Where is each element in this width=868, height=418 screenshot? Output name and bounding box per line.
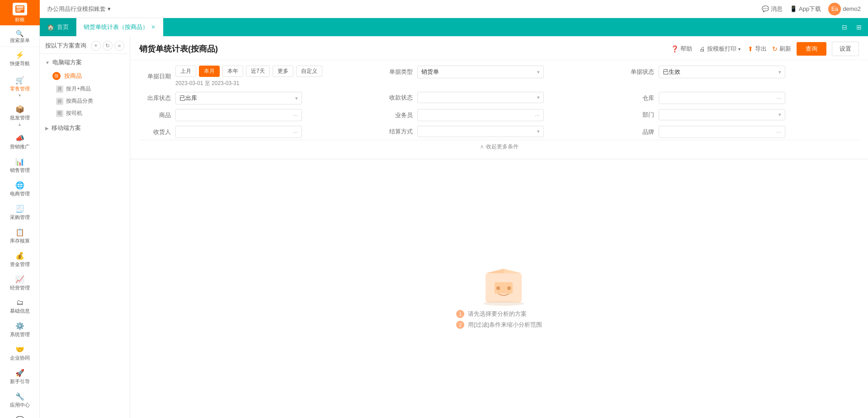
date-more-btn[interactable]: 更多 <box>273 66 293 77</box>
print-icon: 🖨 <box>699 46 705 52</box>
date-custom-btn[interactable]: 自定义 <box>296 66 322 77</box>
svg-rect-2 <box>16 9 24 10</box>
filter-row-1: 单据日期 上月 本月 本年 近7天 更多 自定义 2023-03-01 至 20… <box>139 66 859 87</box>
scheme-group-pc-header[interactable]: ▼ 电脑端方案 <box>40 56 130 69</box>
sidebar: 标账 🔍 搜索菜单 ⚡ 快捷导航 🛒 零售管理 ▼ 📦 批发管理 ▲ 📣 营销推… <box>0 0 40 418</box>
print-btn[interactable]: 🖨 按模板打印 ▾ <box>698 45 742 53</box>
refresh-scheme-btn[interactable]: ↻ <box>103 41 113 51</box>
payment-select[interactable]: ▾ <box>417 126 544 137</box>
sidebar-item-enterprise[interactable]: 🤝 企业协同 <box>0 342 39 365</box>
collect-status-select[interactable]: ▾ <box>417 92 544 103</box>
refresh-btn[interactable]: ↻ 刷新 <box>772 45 791 53</box>
payment-dropdown-icon: ▾ <box>537 128 540 134</box>
help-icon: ❓ <box>671 45 679 52</box>
dropdown-arrow-icon: ▾ <box>108 5 111 12</box>
header-right: 💬 消息 📱 App下载 Ea demo2 <box>762 3 861 15</box>
sub-item-month-product[interactable]: 月 按月+商品 <box>40 83 130 95</box>
date-last-month-btn[interactable]: 上月 <box>175 66 196 77</box>
message-icon: 💬 <box>762 5 769 12</box>
collapse-filter-btn[interactable]: ∧ 收起更多条件 <box>139 140 859 153</box>
industry-dropdown[interactable]: 办公用品行业模拟账套 ▾ <box>47 5 111 13</box>
brand-input[interactable]: ··· <box>659 126 785 138</box>
message-btn[interactable]: 💬 消息 <box>762 5 783 13</box>
sidebar-item-marketing[interactable]: 📣 营销推广 <box>0 130 39 154</box>
sidebar-item-system[interactable]: ⚙️ 系统管理 <box>0 318 39 342</box>
sidebar-item-wechat[interactable]: 💬 企业微信 <box>0 412 39 418</box>
product-filter-cell: 商品 ··· <box>139 109 376 121</box>
sidebar-item-retail[interactable]: 🛒 零售管理 ▼ <box>0 72 39 101</box>
search-btn[interactable]: 查询 <box>797 42 826 56</box>
sidebar-item-appstore[interactable]: 🔧 应用中心 <box>0 389 39 412</box>
sidebar-item-procurement[interactable]: 🧾 采购管理 <box>0 201 39 224</box>
collapse-panel-btn[interactable]: « <box>114 41 124 51</box>
dept-filter-cell: 部门 ▾ <box>623 109 859 120</box>
sidebar-item-newbie[interactable]: 🚀 新手引导 <box>0 365 39 389</box>
page-title-bar: 销货单统计表(按商品) ❓ 帮助 🖨 按模板打印 ▾ ⬆ 导出 <box>130 36 868 60</box>
settings-btn[interactable]: 设置 <box>832 42 859 56</box>
sidebar-item-finance[interactable]: 💰 资金管理 <box>0 248 39 271</box>
group-arrow-icon: ▼ <box>45 60 50 65</box>
tab-sales-stat[interactable]: 销货单统计表（按商品） ✕ <box>76 18 163 36</box>
sub-item-by-machine[interactable]: 司 按司机 <box>40 107 130 119</box>
tab-minimize-btn[interactable]: ⊟ <box>839 22 850 33</box>
scheme-item-by-product[interactable]: 按 按商品 <box>40 69 130 83</box>
doc-type-dropdown-icon: ▾ <box>537 69 540 75</box>
svg-rect-1 <box>16 6 24 8</box>
sidebar-item-sales[interactable]: 📊 销售管理 <box>0 154 39 177</box>
dept-select[interactable]: ▾ <box>659 109 785 120</box>
sidebar-item-inventory[interactable]: 📋 库存核算 <box>0 224 39 248</box>
help-btn[interactable]: ❓ 帮助 <box>671 45 692 53</box>
sub-icon: 月 <box>56 86 63 93</box>
tip-num-1: 1 <box>456 310 464 318</box>
top-header: 办公用品行业模拟账套 ▾ 💬 消息 📱 App下载 Ea demo2 <box>40 0 868 18</box>
staff-filter-cell: 业务员 ··· <box>381 109 618 121</box>
sidebar-item-basics[interactable]: 🗂 基础信息 <box>0 295 39 318</box>
payment-label: 结算方式 <box>381 128 417 136</box>
doc-status-filter-cell: 单据状态 已生效 ▾ <box>623 66 859 78</box>
add-scheme-btn[interactable]: + <box>91 41 101 51</box>
export-btn[interactable]: ⬆ 导出 <box>748 45 767 53</box>
warehouse-label: 仓库 <box>623 94 659 102</box>
print-dropdown-icon: ▾ <box>738 47 741 52</box>
warehouse-input[interactable]: ··· <box>659 92 785 104</box>
out-status-select[interactable]: 已出库 ▾ <box>175 92 302 104</box>
group-label: 电脑端方案 <box>52 58 82 66</box>
date-filter-cell: 单据日期 上月 本月 本年 近7天 更多 自定义 2023-03-01 至 20… <box>139 66 376 87</box>
staff-input[interactable]: ··· <box>417 109 544 121</box>
receiver-filter-cell: 收货人 ··· <box>139 126 376 138</box>
doc-type-select[interactable]: 销货单 ▾ <box>417 66 544 78</box>
date-this-year-btn[interactable]: 本年 <box>222 66 243 77</box>
user-profile-btn[interactable]: Ea demo2 <box>828 3 861 15</box>
sidebar-quicknav[interactable]: ⚡ 快捷导航 <box>0 47 39 71</box>
right-panel: 销货单统计表(按商品) ❓ 帮助 🖨 按模板打印 ▾ ⬆ 导出 <box>130 36 868 418</box>
sub-icon-2: 分 <box>56 98 63 105</box>
date-label: 单据日期 <box>139 72 175 81</box>
tab-bar: 🏠 首页 销货单统计表（按商品） ✕ ⊟ ⊞ <box>40 18 868 36</box>
logo-text: 标账 <box>15 16 25 23</box>
doc-type-filter-cell: 单据类型 销货单 ▾ <box>381 66 618 78</box>
doc-status-dropdown-icon: ▾ <box>778 69 781 75</box>
app-download-btn[interactable]: 📱 App下载 <box>790 5 821 13</box>
scheme-icon: 按 <box>52 72 61 80</box>
date-last-7days-btn[interactable]: 近7天 <box>246 66 270 77</box>
main-area: 办公用品行业模拟账套 ▾ 💬 消息 📱 App下载 Ea demo2 🏠 <box>40 0 868 418</box>
svg-point-9 <box>496 286 500 290</box>
tab-expand-btn[interactable]: ⊞ <box>854 22 864 33</box>
sub-item-product-category[interactable]: 分 按商品分类 <box>40 95 130 107</box>
sidebar-item-ecommerce[interactable]: 🌐 电商管理 <box>0 177 39 201</box>
sidebar-item-wholesale[interactable]: 📦 批发管理 ▲ <box>0 101 39 130</box>
doc-type-label: 单据类型 <box>381 68 417 76</box>
mobile-group[interactable]: ▶ 移动端方案 <box>40 121 130 135</box>
doc-status-select[interactable]: 已生效 ▾ <box>659 66 785 78</box>
product-input[interactable]: ··· <box>175 109 302 121</box>
sidebar-search-btn[interactable]: 🔍 搜索菜单 <box>0 25 39 47</box>
left-panel-actions: + ↻ « <box>91 41 124 51</box>
sidebar-item-operation[interactable]: 📈 经营管理 <box>0 271 39 295</box>
empty-illustration <box>472 248 526 303</box>
filter-row-4: 收货人 ··· 结算方式 ▾ <box>139 126 859 138</box>
header-left: 办公用品行业模拟账套 ▾ <box>47 5 111 13</box>
tab-close-btn[interactable]: ✕ <box>151 24 156 30</box>
receiver-input[interactable]: ··· <box>175 126 302 138</box>
date-this-month-btn[interactable]: 本月 <box>199 66 220 77</box>
tab-home[interactable]: 🏠 首页 <box>40 18 76 36</box>
